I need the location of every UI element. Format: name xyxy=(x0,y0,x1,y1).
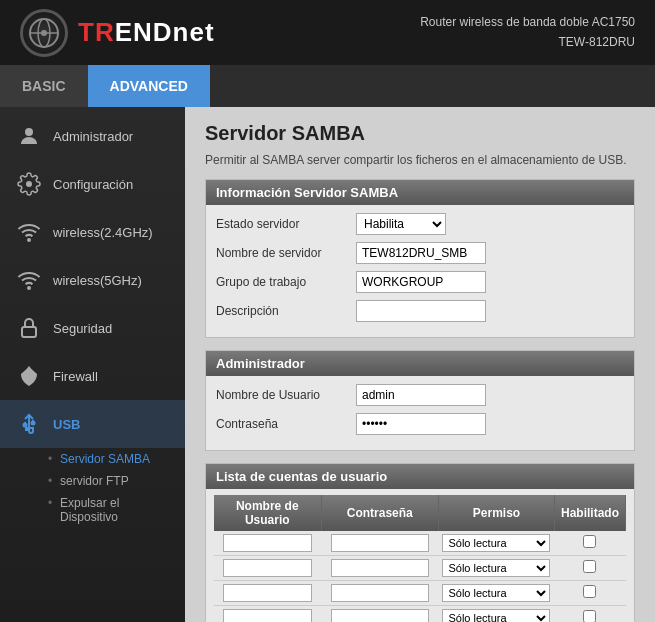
label-descripcion: Descripción xyxy=(216,304,356,318)
usb-icon xyxy=(15,410,43,438)
content-area: Servidor SAMBA Permitir al SAMBA server … xyxy=(185,107,655,622)
main-layout: Administrador Configuración xyxy=(0,107,655,622)
row-estado: Estado servidor Habilita Deshabilita xyxy=(216,213,624,235)
sidebar-label-usb: USB xyxy=(53,417,80,432)
svg-point-6 xyxy=(28,239,30,241)
col-habilitado: Habilitado xyxy=(554,495,625,531)
device-info: Router wireless de banda doble AC1750 TE… xyxy=(420,13,635,51)
section-lista: Lista de cuentas de usuario Nombre de Us… xyxy=(205,463,635,622)
device-info-line1: Router wireless de banda doble AC1750 xyxy=(420,13,635,32)
input-nombre-servidor[interactable] xyxy=(356,242,486,264)
row-nombre-servidor: Nombre de servidor xyxy=(216,242,624,264)
user-accounts-table: Nombre de Usuario Contraseña Permiso Hab… xyxy=(214,495,626,622)
user-habilitado-checkbox[interactable] xyxy=(583,585,596,598)
sidebar-label-seguridad: Seguridad xyxy=(53,321,112,336)
table-row: Sólo lecturaLectura/Escritura xyxy=(214,556,626,581)
svg-rect-8 xyxy=(22,327,36,337)
col-contrasena: Contraseña xyxy=(321,495,438,531)
user-permiso-select[interactable]: Sólo lecturaLectura/Escritura xyxy=(442,534,550,552)
device-info-line2: TEW-812DRU xyxy=(420,33,635,52)
row-descripcion: Descripción xyxy=(216,300,624,322)
svg-point-7 xyxy=(28,287,30,289)
row-grupo: Grupo de trabajo xyxy=(216,271,624,293)
table-row: Sólo lecturaLectura/Escritura xyxy=(214,606,626,623)
tab-advanced[interactable]: ADVANCED xyxy=(88,65,210,107)
user-habilitado-checkbox[interactable] xyxy=(583,610,596,622)
col-nombre: Nombre de Usuario xyxy=(214,495,321,531)
user-habilitado-checkbox[interactable] xyxy=(583,535,596,548)
row-contrasena-admin: Contraseña xyxy=(216,413,624,435)
logo-icon xyxy=(20,9,68,57)
user-permiso-select[interactable]: Sólo lecturaLectura/Escritura xyxy=(442,559,550,577)
input-descripcion[interactable] xyxy=(356,300,486,322)
sidebar-item-wireless24[interactable]: wireless(2.4GHz) xyxy=(0,208,185,256)
sidebar-label-configuracion: Configuración xyxy=(53,177,133,192)
section-admin: Administrador Nombre de Usuario Contrase… xyxy=(205,350,635,451)
page-title: Servidor SAMBA xyxy=(205,122,635,145)
page-description: Permitir al SAMBA server compartir los f… xyxy=(205,153,635,167)
sidebar-label-administrador: Administrador xyxy=(53,129,133,144)
user-contrasena-input[interactable] xyxy=(331,584,429,602)
config-icon xyxy=(15,170,43,198)
svg-point-3 xyxy=(41,30,47,36)
user-nombre-input[interactable] xyxy=(223,534,312,552)
section-lista-body: Nombre de Usuario Contraseña Permiso Hab… xyxy=(206,489,634,622)
label-estado: Estado servidor xyxy=(216,217,356,231)
sidebar-item-configuracion[interactable]: Configuración xyxy=(0,160,185,208)
section-admin-header: Administrador xyxy=(206,351,634,376)
sidebar-item-usb[interactable]: USB xyxy=(0,400,185,448)
sidebar: Administrador Configuración xyxy=(0,107,185,622)
sidebar-item-seguridad[interactable]: Seguridad xyxy=(0,304,185,352)
label-grupo: Grupo de trabajo xyxy=(216,275,356,289)
logo-area: TRENDnet xyxy=(20,9,215,57)
section-info-header: Información Servidor SAMBA xyxy=(206,180,634,205)
tab-basic[interactable]: BASIC xyxy=(0,65,88,107)
user-contrasena-input[interactable] xyxy=(331,609,429,622)
wifi24-icon xyxy=(15,218,43,246)
section-admin-body: Nombre de Usuario Contraseña xyxy=(206,376,634,450)
sidebar-sub-expulsar[interactable]: Expulsar el Dispositivo xyxy=(20,492,185,528)
user-permiso-select[interactable]: Sólo lecturaLectura/Escritura xyxy=(442,609,550,622)
logo-text: TRENDnet xyxy=(78,17,215,48)
user-contrasena-input[interactable] xyxy=(331,534,429,552)
sidebar-label-firewall: Firewall xyxy=(53,369,98,384)
section-info-samba: Información Servidor SAMBA Estado servid… xyxy=(205,179,635,338)
user-nombre-input[interactable] xyxy=(223,559,312,577)
header: TRENDnet Router wireless de banda doble … xyxy=(0,0,655,65)
sidebar-label-wireless5: wireless(5GHz) xyxy=(53,273,142,288)
table-row: Sólo lecturaLectura/Escritura xyxy=(214,531,626,556)
firewall-icon xyxy=(15,362,43,390)
user-nombre-input[interactable] xyxy=(223,609,312,622)
tab-bar: BASIC ADVANCED xyxy=(0,65,655,107)
sidebar-item-wireless5[interactable]: wireless(5GHz) xyxy=(0,256,185,304)
admin-icon xyxy=(15,122,43,150)
row-usuario-admin: Nombre de Usuario xyxy=(216,384,624,406)
input-contrasena-admin[interactable] xyxy=(356,413,486,435)
input-grupo[interactable] xyxy=(356,271,486,293)
svg-point-5 xyxy=(26,181,32,187)
section-lista-header: Lista de cuentas de usuario xyxy=(206,464,634,489)
sidebar-sub-servidor-samba[interactable]: Servidor SAMBA xyxy=(20,448,185,470)
label-usuario-admin: Nombre de Usuario xyxy=(216,388,356,402)
table-row: Sólo lecturaLectura/Escritura xyxy=(214,581,626,606)
sidebar-sub-servidor-ftp[interactable]: servidor FTP xyxy=(20,470,185,492)
section-info-body: Estado servidor Habilita Deshabilita Nom… xyxy=(206,205,634,337)
col-permiso: Permiso xyxy=(438,495,554,531)
label-nombre-servidor: Nombre de servidor xyxy=(216,246,356,260)
user-permiso-select[interactable]: Sólo lecturaLectura/Escritura xyxy=(442,584,550,602)
input-usuario-admin[interactable] xyxy=(356,384,486,406)
select-estado[interactable]: Habilita Deshabilita xyxy=(356,213,446,235)
user-habilitado-checkbox[interactable] xyxy=(583,560,596,573)
security-icon xyxy=(15,314,43,342)
svg-point-4 xyxy=(25,128,33,136)
wifi5-icon xyxy=(15,266,43,294)
user-contrasena-input[interactable] xyxy=(331,559,429,577)
sidebar-label-wireless24: wireless(2.4GHz) xyxy=(53,225,153,240)
user-nombre-input[interactable] xyxy=(223,584,312,602)
label-contrasena-admin: Contraseña xyxy=(216,417,356,431)
sidebar-item-firewall[interactable]: Firewall xyxy=(0,352,185,400)
sidebar-item-administrador[interactable]: Administrador xyxy=(0,112,185,160)
sidebar-sub-usb: Servidor SAMBA servidor FTP Expulsar el … xyxy=(0,448,185,528)
